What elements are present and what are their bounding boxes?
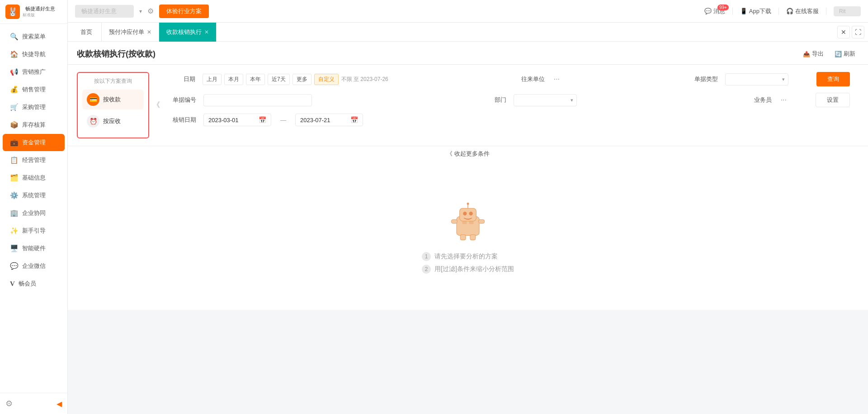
empty-hint-1: 1 请先选择要分析的方案 (422, 252, 514, 261)
app-download-btn[interactable]: 📱 App下载 (740, 7, 771, 15)
message-badge: 99+ (717, 5, 729, 10)
empty-state: 1 请先选择要分析的方案 2 用[过滤]条件来缩小分析范围 (68, 162, 868, 310)
export-btn[interactable]: 📤 导出 (799, 48, 827, 60)
date-label: 日期 (173, 75, 195, 83)
sidebar-item-search-label: 搜索菜单 (22, 33, 46, 41)
sidebar-item-wechat-label: 企业微信 (22, 262, 46, 270)
sidebar-item-sales[interactable]: 💰 销售管理 (3, 81, 65, 98)
chevron-down-icon[interactable]: ▾ (139, 8, 142, 14)
query-btn[interactable]: 查询 (816, 72, 850, 86)
sidebar-item-basic[interactable]: 🗂️ 基础信息 (3, 169, 65, 186)
date-this-year-btn[interactable]: 本年 (246, 74, 265, 85)
gear-icon[interactable]: ⚙ (147, 7, 154, 15)
calendar-end-icon: 📅 (350, 116, 358, 124)
sidebar-item-guide[interactable]: ✨ 新手引导 (3, 222, 65, 239)
logo-text: 畅捷通好生意 (25, 5, 55, 12)
tabbar-actions: ✕ ⛶ (837, 26, 864, 38)
date-7days-btn[interactable]: 近7天 (268, 74, 290, 85)
doc-type-select-wrapper (725, 73, 788, 86)
hint-2-text: 用[过滤]条件来缩小分析范围 (434, 265, 514, 273)
page-header: 收款核销执行(按收款) 📤 导出 🔄 刷新 (68, 42, 868, 65)
date-more-btn[interactable]: 更多 (292, 74, 311, 85)
sidebar-settings-icon[interactable]: ⚙ (5, 399, 13, 409)
filter-form: 日期 上月 本月 本年 近7天 更多 自定义 不限 至 2023-07-26 往… (164, 72, 859, 138)
sidebar-item-search[interactable]: 🔍 搜索菜单 (3, 28, 65, 45)
sidebar-item-vip-label: 畅会员 (19, 280, 36, 288)
filter-area: 按以下方案查询 💳 按收款 ⏰ 按应收 《 日期 (68, 65, 868, 146)
topbar-brand: 畅捷通好生意 (75, 5, 134, 18)
sidebar-item-basic-label: 基础信息 (22, 174, 46, 182)
svg-rect-7 (478, 219, 484, 223)
tab-prepay-label: 预付冲应付单 (109, 28, 144, 36)
counterparty-more-icon[interactable]: ··· (552, 75, 561, 83)
refresh-icon: 🔄 (835, 51, 842, 57)
settings-btn[interactable]: 设置 (816, 93, 850, 107)
system-icon: ⚙️ (10, 191, 19, 200)
empty-illustration (445, 198, 491, 243)
tab-prepay[interactable]: 预付冲应付单 ✕ (102, 23, 159, 42)
collapse-more-btn[interactable]: 《 收起更多条件 (68, 146, 868, 162)
svg-rect-8 (462, 221, 467, 224)
doc-no-input[interactable] (203, 94, 312, 106)
sidebar-item-quicknav[interactable]: 🏠 快捷导航 (3, 46, 65, 63)
sidebar-item-system[interactable]: ⚙️ 系统管理 (3, 187, 65, 204)
sidebar-item-marketing-label: 营销推广 (22, 68, 46, 76)
dept-select[interactable] (514, 94, 577, 106)
industry-btn[interactable]: 体验行业方案 (159, 5, 209, 18)
receipt-option-icon: 💳 (87, 93, 99, 106)
sidebar-item-hardware-label: 智能硬件 (22, 244, 46, 252)
tab-close-all-btn[interactable]: ✕ (837, 26, 850, 38)
svg-rect-9 (469, 221, 474, 224)
sidebar-item-wechat[interactable]: 💬 企业微信 (3, 257, 65, 275)
sidebar-item-vip[interactable]: V 畅会员 (3, 275, 65, 292)
verify-date-start-input[interactable]: 2023-03-01 📅 (203, 114, 271, 126)
sidebar-item-hardware[interactable]: 🖥️ 智能硬件 (3, 240, 65, 257)
tab-receipt-close[interactable]: ✕ (204, 29, 209, 35)
collapse-more-label: 收起更多条件 (454, 150, 490, 158)
online-service-btn[interactable]: 🎧 在线客服 (786, 7, 819, 15)
sidebar-item-business[interactable]: 📋 经营管理 (3, 152, 65, 169)
message-icon: 💬 (704, 8, 712, 14)
sidebar-item-system-label: 系统管理 (22, 191, 46, 200)
refresh-btn[interactable]: 🔄 刷新 (831, 48, 859, 60)
dept-label: 部门 (484, 96, 506, 104)
doc-type-select[interactable] (725, 73, 788, 86)
sidebar-item-corp[interactable]: 🏢 企业协同 (3, 205, 65, 222)
date-quick-group: 上月 本月 本年 近7天 更多 自定义 不限 至 2023-07-26 (203, 74, 388, 85)
sidebar-item-guide-label: 新手引导 (22, 227, 46, 235)
date-this-month-btn[interactable]: 本月 (224, 74, 243, 85)
page-content: 收款核销执行(按收款) 📤 导出 🔄 刷新 按以下方案查询 💳 按收款 (68, 42, 868, 414)
sidebar-item-purchase[interactable]: 🛒 采购管理 (3, 99, 65, 116)
message-btn[interactable]: 💬 消息 99+ (704, 7, 725, 15)
date-last-month-btn[interactable]: 上月 (203, 74, 222, 85)
topbar-user[interactable]: Rit (834, 6, 861, 16)
filter-row-3: 核销日期 2023-03-01 📅 — 2023-07-21 📅 (173, 114, 850, 126)
empty-hints: 1 请先选择要分析的方案 2 用[过滤]条件来缩小分析范围 (422, 252, 514, 274)
collapse-more-icon: 《 (447, 150, 453, 158)
hint-1-num: 1 (422, 252, 431, 261)
tab-expand-btn[interactable]: ⛶ (852, 26, 864, 38)
sidebar-item-inventory-label: 库存核算 (22, 121, 46, 129)
svg-point-2 (463, 212, 467, 215)
sidebar-item-finance[interactable]: 💼 资金管理 (3, 134, 65, 151)
sidebar-item-marketing[interactable]: 📢 营销推广 (3, 63, 65, 81)
export-label: 导出 (812, 50, 824, 58)
receipt-option-label: 按收款 (103, 95, 121, 104)
filter-collapse-btn[interactable]: 《 (149, 72, 164, 138)
tab-prepay-close[interactable]: ✕ (147, 29, 151, 35)
main-area: 畅捷通好生意 ▾ ⚙ 体验行业方案 💬 消息 99+ 📱 App下载 🎧 在线客… (68, 0, 868, 414)
page-header-actions: 📤 导出 🔄 刷新 (799, 48, 859, 60)
verify-date-end-input[interactable]: 2023-07-21 📅 (295, 114, 363, 126)
page-title: 收款核销执行(按收款) (77, 48, 156, 59)
tab-home[interactable]: 首页 (71, 23, 102, 42)
sidebar-item-inventory[interactable]: 📦 库存核算 (3, 116, 65, 133)
vip-icon: V (10, 280, 15, 288)
filter-option-by-receivable[interactable]: ⏰ 按应收 (82, 111, 144, 131)
sidebar-collapse-icon[interactable]: ◀ (57, 400, 62, 408)
sales-rep-more-icon[interactable]: ··· (779, 96, 788, 104)
export-icon: 📤 (803, 51, 810, 57)
corp-icon: 🏢 (10, 209, 19, 217)
filter-option-by-receipt[interactable]: 💳 按收款 (82, 90, 144, 109)
finance-icon: 💼 (10, 138, 19, 147)
tab-receipt[interactable]: 收款核销执行 ✕ (159, 23, 217, 42)
